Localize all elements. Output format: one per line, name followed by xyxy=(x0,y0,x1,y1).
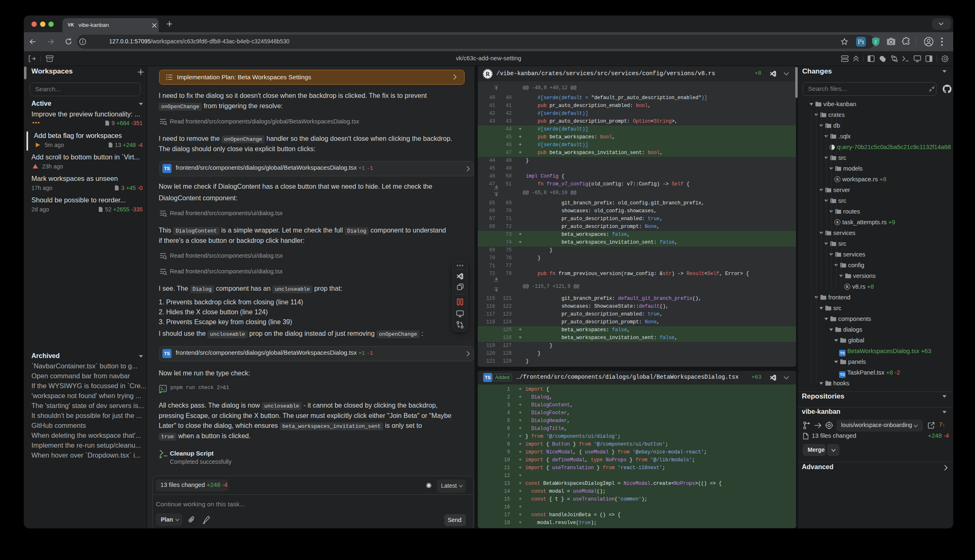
svg-text:R: R xyxy=(486,71,490,77)
svg-text:£: £ xyxy=(875,39,877,45)
svg-text:R: R xyxy=(846,285,849,289)
